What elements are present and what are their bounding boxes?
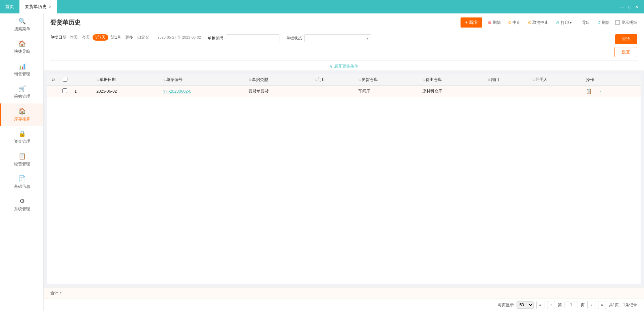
delete-button[interactable]: 🗑 删除 (486, 18, 503, 27)
main-layout: 🔍 搜索菜单 🏠 快捷导航 📊 销售管理 🛒 采购管理 🏠 库存核算 🔒 资金管… (0, 13, 644, 311)
table-wrapper: ⚙ 单据日期 单据编号 单据类型 门店 要货仓库 待出仓库 部门 经手人 操 (47, 74, 641, 284)
date-btn-custom[interactable]: 自定义 (136, 34, 151, 41)
inventory-calc-icon: 🏠 (18, 107, 26, 115)
page-size-label: 每页显示 (498, 302, 514, 308)
td-actions: 📋 ⋮⋮ (583, 86, 641, 97)
th-settings[interactable]: ⚙ (47, 74, 59, 86)
sidebar-item-operations-mgmt[interactable]: 📋 经营管理 (0, 148, 43, 171)
sales-mgmt-icon: 📊 (18, 62, 26, 70)
row-checkbox-0[interactable] (62, 88, 67, 93)
delete-icon: 🗑 (488, 20, 492, 25)
filter-bar: 单据日期 昨天 今天 近7天 近1月 更多 自定义 2023-05-27 至 2… (50, 31, 637, 60)
purchase-mgmt-icon: 🛒 (18, 85, 26, 92)
doc-date-filter-group: 单据日期 昨天 今天 近7天 近1月 更多 自定义 (50, 34, 151, 41)
th-checkbox (59, 74, 71, 86)
sidebar: 🔍 搜索菜单 🏠 快捷导航 📊 销售管理 🛒 采购管理 🏠 库存核算 🔒 资金管… (0, 13, 44, 311)
print-button[interactable]: 🖨 打印 ▾ (554, 18, 574, 27)
page-title-row: 要货单历史 + 新增 🗑 删除 ⊘ 中止 ⊘ 取消中止 (50, 17, 637, 28)
prev-page-button[interactable]: ‹ (547, 301, 555, 309)
maximize-icon[interactable]: □ (628, 4, 631, 9)
query-button[interactable]: 查询 (615, 34, 637, 44)
td-seq: 1 (71, 86, 93, 97)
top-bar: 首页 要货单历史 ✕ — □ ✕ (0, 0, 644, 13)
tab-requisition-history[interactable]: 要货单历史 ✕ (19, 0, 57, 13)
print-icon: 🖨 (556, 20, 560, 25)
row-edit-icon[interactable]: 📋 (586, 89, 592, 94)
stop-icon: ⊘ (508, 20, 512, 25)
expand-more-button[interactable]: ∨ 展开更多条件 (50, 60, 637, 71)
th-dept[interactable]: 部门 (484, 74, 529, 86)
th-store[interactable]: 门店 (311, 74, 355, 86)
date-btn-yesterday[interactable]: 昨天 (68, 34, 79, 41)
new-button[interactable]: + 新增 (461, 17, 482, 28)
filter-right-buttons: 查询 设置 (614, 34, 637, 57)
next-page-button[interactable]: › (587, 301, 595, 309)
sidebar-item-sales-mgmt[interactable]: 📊 销售管理 (0, 58, 43, 81)
sidebar-item-inventory-calc[interactable]: 🏠 库存核算 (0, 103, 43, 126)
cancel-stop-button[interactable]: ⊘ 取消中止 (526, 18, 550, 27)
refresh-button[interactable]: ↺ 刷新 (595, 18, 612, 27)
basic-info-icon: 📄 (18, 175, 26, 182)
requisition-table: ⚙ 单据日期 单据编号 单据类型 门店 要货仓库 待出仓库 部门 经手人 操 (47, 74, 641, 97)
td-row-checkbox (59, 86, 71, 97)
stop-button[interactable]: ⊘ 中止 (506, 18, 523, 27)
export-button[interactable]: ↑ 导出 (577, 18, 592, 27)
sidebar-item-system-mgmt[interactable]: ⚙ 系统管理 (0, 193, 43, 216)
sidebar-item-purchase-mgmt[interactable]: 🛒 采购管理 (0, 81, 43, 103)
page-label-prefix: 第 (558, 302, 562, 308)
last-page-button[interactable]: » (598, 301, 606, 309)
date-btn-1month[interactable]: 近1月 (110, 34, 123, 41)
page-size-select[interactable]: 10 20 50 100 (517, 301, 534, 309)
th-actions: 操作 (583, 74, 641, 86)
cancel-stop-icon: ⊘ (528, 20, 531, 25)
close-tab-icon[interactable]: ✕ (49, 5, 52, 9)
th-doc-no[interactable]: 单据编号 (160, 74, 246, 86)
doc-status-select[interactable] (304, 34, 371, 42)
doc-number-filter-group: 单据编号 (208, 34, 279, 42)
pagination-bar: 每页显示 10 20 50 100 « ‹ 第 页 › » 共1页，1条记录 (44, 299, 644, 311)
content-area: 要货单历史 + 新增 🗑 删除 ⊘ 中止 ⊘ 取消中止 (44, 13, 644, 311)
date-range-buttons: 昨天 今天 近7天 近1月 更多 自定义 (68, 34, 151, 41)
select-all-checkbox[interactable] (63, 77, 67, 82)
th-seq (71, 74, 93, 86)
toolbar: + 新增 🗑 删除 ⊘ 中止 ⊘ 取消中止 🖨 打 (461, 17, 637, 28)
td-dept (484, 86, 529, 97)
first-page-button[interactable]: « (536, 301, 544, 309)
doc-number-input[interactable] (226, 34, 279, 42)
doc-status-label: 单据状态 (286, 36, 302, 41)
show-detail-toggle[interactable]: 显示明细 (615, 20, 637, 26)
th-req-warehouse[interactable]: 要货仓库 (355, 74, 419, 86)
sidebar-item-basic-info[interactable]: 📄 基础信息 (0, 171, 43, 193)
show-detail-checkbox[interactable] (615, 20, 620, 25)
td-doc-type: 要货单要货 (245, 86, 311, 97)
search-menu-icon: 🔍 (18, 17, 26, 25)
page-number-input[interactable] (565, 302, 578, 308)
th-pending-warehouse[interactable]: 待出仓库 (419, 74, 484, 86)
minimize-icon[interactable]: — (620, 4, 624, 9)
date-btn-more[interactable]: 更多 (124, 34, 135, 41)
close-window-icon[interactable]: ✕ (635, 4, 639, 9)
sidebar-item-quick-nav[interactable]: 🏠 快捷导航 (0, 36, 43, 58)
doc-number-label: 单据编号 (208, 36, 224, 41)
table-row: 1 2023-06-02 YH-20230602-0 要货单要货 车间库 原材料… (47, 86, 641, 97)
td-doc-date: 2023-06-02 (93, 86, 160, 97)
page-summary: 共1页，1条记录 (609, 302, 637, 308)
th-doc-type[interactable]: 单据类型 (245, 74, 311, 86)
td-pending-warehouse: 原材料仓库 (419, 86, 484, 97)
date-btn-7days[interactable]: 近7天 (93, 34, 108, 41)
page-title: 要货单历史 (50, 18, 80, 27)
expand-more-icon: ∨ (330, 64, 333, 69)
filter-settings-button[interactable]: 设置 (614, 47, 637, 57)
sidebar-item-search-menu[interactable]: 🔍 搜索菜单 (0, 13, 43, 36)
date-btn-today[interactable]: 今天 (80, 34, 91, 41)
page-label-suffix: 页 (581, 302, 585, 308)
refresh-icon: ↺ (597, 20, 601, 25)
td-doc-no[interactable]: YH-20230602-0 (160, 86, 246, 97)
th-handler[interactable]: 经手人 (529, 74, 583, 86)
operations-mgmt-icon: 📋 (18, 152, 26, 160)
tab-home[interactable]: 首页 (0, 0, 19, 13)
th-doc-date[interactable]: 单据日期 (93, 74, 160, 86)
window-controls: — □ ✕ (620, 4, 644, 9)
sidebar-item-capital-mgmt[interactable]: 🔒 资金管理 (0, 126, 43, 148)
row-more-icon[interactable]: ⋮⋮ (594, 89, 603, 94)
